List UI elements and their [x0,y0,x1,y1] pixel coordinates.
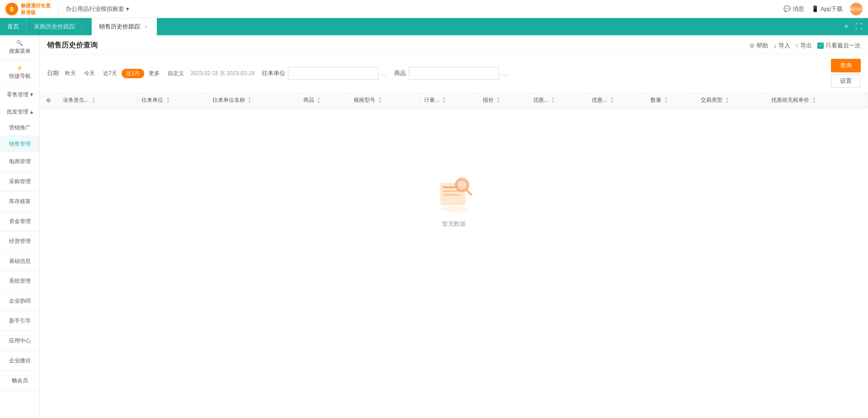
tab-close-all-button[interactable]: × [841,21,852,32]
query-button[interactable]: 查询 [831,59,861,72]
svg-line-7 [467,190,471,195]
logo-area: 6 畅捷通好生意 标准版 [5,2,51,15]
col-biz-date-label: 业务发生... [63,97,89,103]
date-range-text: 2023-02-18 至 2023-03-18 [190,70,254,77]
export-button[interactable]: ↑ 导出 [796,42,812,50]
col-discount2[interactable]: 优惠... ▲ ▼ [587,93,646,108]
col-trade-type-label: 交易类型 [701,97,722,103]
header-divider [58,5,58,14]
sidebar-item-finance-mgmt[interactable]: 资金管理 [0,212,39,232]
col-goods-label: 商品 [303,97,314,103]
biz-date-sort-icon: ▲ ▼ [92,97,95,104]
sidebar-item-quick-nav[interactable]: ⚡ 快捷导航 [0,60,39,85]
sidebar-item-system-mgmt[interactable]: 系统管理 [0,271,39,291]
date-btn-custom[interactable]: 自定义 [164,69,188,78]
sidebar-item-retail-mgmt[interactable]: 零售管理 ▾ [0,85,39,102]
help-button[interactable]: ⊙ 帮助 [750,42,768,50]
app-download-button[interactable]: 📱 App下载 [811,5,843,13]
sidebar-item-operations-mgmt[interactable]: 经营管理 [0,232,39,252]
sidebar-item-membership[interactable]: 畅会员 [0,371,39,391]
sidebar-item-wholesale-mgmt[interactable]: 批发管理 ▴ [0,102,39,119]
page-header: 销售历史价查询 ⊙ 帮助 ↓ 导入 ↑ 导出 ✓ 只看最后一次 [40,35,868,54]
sidebar-item-inventory[interactable]: 库存核算 [0,192,39,212]
sidebar-item-app-center[interactable]: 应用中心 [0,331,39,351]
tab-sales-close-button[interactable]: × [143,24,149,30]
col-quote-label: 报价 [483,97,494,103]
tab-purchase-close-button[interactable]: × [78,24,84,30]
col-qty-label: 数量 [651,97,661,103]
gear-icon[interactable]: ⚙ [46,97,51,104]
date-filter-group: 日期 昨天 今天 近7天 近1月 更多 自定义 2023-02-18 至 202… [47,69,255,78]
col-unit[interactable]: 计量... ▲ ▼ [420,93,478,108]
tab-home[interactable]: 首页 [0,18,27,35]
message-icon: 💬 [783,5,791,12]
col-biz-date[interactable]: 业务发生... ▲ ▼ [58,93,137,108]
svg-point-6 [458,180,467,190]
col-partner-code[interactable]: 往来单位 ▲ ▼ [137,93,208,108]
filter-bar: 日期 昨天 今天 近7天 近1月 更多 自定义 2023-02-18 至 202… [40,54,868,93]
logo-icon: 6 [5,3,18,15]
qty-sort-icon: ▲ ▼ [664,97,668,104]
col-partner-code-label: 往来单位 [142,97,163,103]
partner-name-sort-icon: ▲ ▼ [248,97,251,104]
settings-button[interactable]: 设置 [831,74,861,88]
sidebar-item-marketing[interactable]: 营销推广 [0,119,39,136]
sidebar-item-enterprise-wechat[interactable]: 企业微信 [0,351,39,371]
col-qty[interactable]: 数量 ▲ ▼ [646,93,696,108]
date-btn-1month[interactable]: 近1月 [122,69,145,78]
col-spec[interactable]: 规格型号 ▲ ▼ [349,93,419,108]
retail-arrow-icon: ▾ [30,91,33,98]
page-actions: ⊙ 帮助 ↓ 导入 ↑ 导出 ✓ 只看最后一次 [750,42,861,50]
date-btn-7days[interactable]: 近7天 [99,69,121,78]
quote-sort-icon: ▲ ▼ [496,97,500,104]
sidebar-item-new-guide[interactable]: 新手引导 [0,311,39,331]
sidebar-item-sales-mgmt[interactable]: 销售管理 [0,136,39,152]
only-last-checkbox[interactable]: ✓ [817,43,824,49]
trade-type-sort-icon: ▲ ▼ [725,97,729,104]
tab-sales-history[interactable]: 销售历史价跟踪 × [92,18,157,35]
sidebar-item-search-menu[interactable]: 🔍 搜索菜单 [0,35,39,60]
col-quote[interactable]: 报价 ▲ ▼ [478,93,528,108]
workspace-arrow-icon: ▾ [126,5,129,12]
goods-dots-icon[interactable]: ... [502,69,508,77]
col-gear: ⚙ [40,93,58,108]
sidebar: 🔍 搜索菜单 ⚡ 快捷导航 零售管理 ▾ 批发管理 ▴ 营销推广 销售管理 电商… [0,35,40,418]
empty-illustration [431,169,476,214]
content-area: 销售历史价查询 ⊙ 帮助 ↓ 导入 ↑ 导出 ✓ 只看最后一次 [40,35,868,418]
sidebar-item-basic-info[interactable]: 基础信息 [0,252,39,271]
col-partner-name-label: 往来单位名称 [212,97,245,103]
help-icon: ⊙ [750,42,755,49]
col-no-tax-price-label: 优惠前无税单价 [771,97,809,103]
main-layout: 🔍 搜索菜单 ⚡ 快捷导航 零售管理 ▾ 批发管理 ▴ 营销推广 销售管理 电商… [0,35,868,418]
sidebar-item-purchase-mgmt[interactable]: 采购管理 [0,172,39,192]
col-spec-label: 规格型号 [354,97,375,103]
sidebar-item-enterprise-coop[interactable]: 企业协同 [0,291,39,311]
import-icon: ↓ [774,42,777,49]
workspace-selector[interactable]: 办公用品行业模拟账套 ▾ [66,5,129,13]
tab-expand-button[interactable]: ⛶ [854,21,864,32]
date-btn-more[interactable]: 更多 [145,69,163,78]
only-last-checkbox-label[interactable]: ✓ 只看最后一次 [817,42,861,50]
svg-point-0 [440,206,467,212]
partner-input[interactable] [288,67,378,80]
date-btn-today[interactable]: 今天 [80,69,99,78]
import-button[interactable]: ↓ 导入 [774,42,790,50]
tab-bar-actions: × ⛶ [841,21,868,32]
col-partner-name[interactable]: 往来单位名称 ▲ ▼ [208,93,298,108]
quick-nav-icon: ⚡ [16,65,23,71]
sidebar-item-ecommerce-mgmt[interactable]: 电商管理 [0,152,39,172]
col-trade-type[interactable]: 交易类型 ▲ ▼ [696,93,767,108]
date-btn-yesterday[interactable]: 昨天 [61,69,80,78]
col-no-tax-price[interactable]: 优惠前无税单价 ▲ ▼ [767,93,868,108]
tab-purchase-history[interactable]: 采购历史价跟踪 × [27,18,92,35]
col-goods[interactable]: 商品 ▲ ▼ [298,93,349,108]
col-discount1[interactable]: 优惠... ▲ ▼ [528,93,587,108]
partner-dots-icon[interactable]: ... [381,69,387,77]
avatar: demo2 [850,3,863,15]
message-button[interactable]: 💬 消息 [783,5,804,13]
user-menu[interactable]: demo2 [850,3,863,15]
top-header: 6 畅捷通好生意 标准版 办公用品行业模拟账套 ▾ 💬 消息 📱 App下载 d… [0,0,868,18]
date-buttons: 昨天 今天 近7天 近1月 更多 自定义 [61,69,188,78]
goods-input[interactable] [409,67,499,80]
empty-text: 暂无数据 [442,220,466,228]
